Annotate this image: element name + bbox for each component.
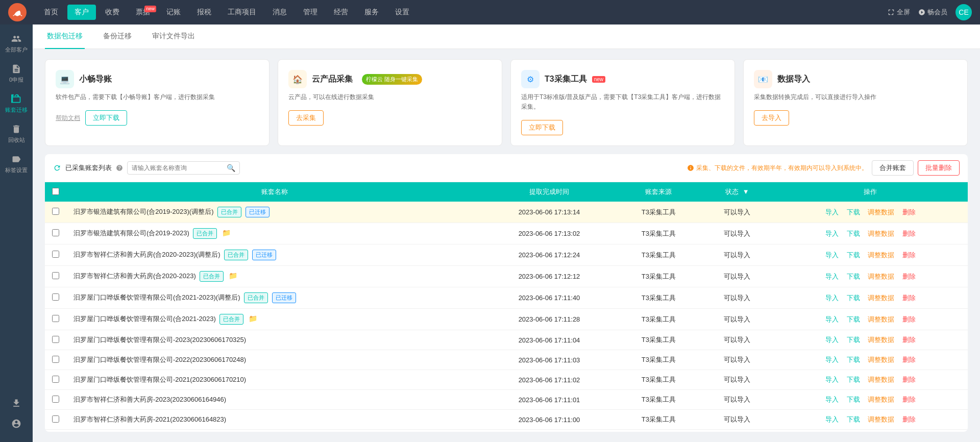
sidebar-item-all-customers[interactable]: 全部客户 [0,29,33,59]
nav-tax[interactable]: 报税 [190,5,218,20]
select-all-checkbox[interactable] [52,188,59,195]
import-link[interactable]: 导入 [822,415,842,423]
refresh-icon[interactable] [53,164,61,172]
delete-link[interactable]: 删除 [899,336,919,343]
import-link[interactable]: 导入 [822,396,842,403]
adjust-link[interactable]: 调整数据 [865,230,897,237]
row-checkbox[interactable] [52,396,59,403]
delete-link[interactable]: 删除 [899,415,919,423]
adjust-link[interactable]: 调整数据 [865,294,897,302]
sidebar-item-profile[interactable] [9,413,23,434]
row-checkbox[interactable] [52,315,59,322]
download-link[interactable]: 下载 [844,315,863,323]
sidebar-item-trash[interactable]: 回收站 [0,119,33,149]
download-now-button-3[interactable]: 立即下载 [521,120,563,135]
vip-button[interactable]: 畅会员 [918,8,947,17]
download-link[interactable]: 下载 [844,230,863,237]
delete-link[interactable]: 删除 [899,396,919,403]
delete-link[interactable]: 删除 [899,208,919,216]
download-link[interactable]: 下载 [844,273,863,280]
row-checkbox[interactable] [52,293,59,301]
logo[interactable] [8,3,27,21]
user-avatar[interactable]: CE [955,4,972,20]
row-checkbox[interactable] [52,376,59,383]
folder-icon[interactable]: 📁 [249,314,257,323]
nav-manage[interactable]: 管理 [296,5,325,20]
nav-bizproject[interactable]: 工商项目 [220,5,263,20]
import-link[interactable]: 导入 [822,294,842,302]
go-collect-button[interactable]: 去采集 [288,110,324,126]
adjust-link[interactable]: 调整数据 [865,251,897,259]
adjust-link[interactable]: 调整数据 [865,315,897,323]
sidebar-item-download[interactable] [9,393,23,413]
adjust-link[interactable]: 调整数据 [865,273,897,280]
adjust-link[interactable]: 调整数据 [865,336,897,343]
tab-data-migration[interactable]: 数据包迁移 [45,24,85,49]
nav-settings[interactable]: 设置 [388,5,416,20]
help-icon[interactable] [116,164,123,171]
adjust-link[interactable]: 调整数据 [865,208,897,216]
delete-link[interactable]: 删除 [899,251,919,259]
import-link[interactable]: 导入 [822,356,842,363]
folder-icon[interactable]: 📁 [229,272,237,280]
import-link[interactable]: 导入 [822,315,842,323]
import-link[interactable]: 导入 [822,273,842,280]
adjust-link[interactable]: 调整数据 [865,376,897,383]
folder-icon[interactable]: 📁 [222,229,231,237]
delete-link[interactable]: 删除 [899,230,919,237]
row-name: 汩罗市智祥仁济和善大药房(合2020-2023) 已合并 📁 [66,266,482,287]
adjust-link[interactable]: 调整数据 [865,415,897,423]
delete-link[interactable]: 删除 [899,356,919,363]
nav-bookkeeping[interactable]: 记账 [159,5,188,20]
download-link[interactable]: 下载 [844,396,863,403]
import-link[interactable]: 导入 [822,208,842,216]
download-link[interactable]: 下载 [844,251,863,259]
help-doc-link[interactable]: 帮助文档 [56,114,80,122]
import-link[interactable]: 导入 [822,376,842,383]
row-checkbox[interactable] [52,415,59,423]
row-checkbox[interactable] [52,251,59,258]
nav-fee[interactable]: 收费 [98,5,127,20]
tab-audit-export[interactable]: 审计文件导出 [150,24,197,49]
import-link[interactable]: 导入 [822,251,842,259]
row-status: 可以导入 [701,309,773,330]
nav-operation[interactable]: 经营 [327,5,355,20]
nav-service[interactable]: 服务 [357,5,386,20]
import-link[interactable]: 导入 [822,230,842,237]
download-link[interactable]: 下载 [844,294,863,302]
card-desc-1: 软件包产品，需要下载【小畅导账】客户端，进行数据采集 [56,92,259,102]
delete-link[interactable]: 删除 [899,294,919,302]
nav-customer[interactable]: 客户 [67,5,96,20]
row-checkbox[interactable] [52,208,59,215]
sidebar-item-tag-settings[interactable]: 标签设置 [0,149,33,179]
row-checkbox[interactable] [52,336,59,343]
merge-account-button[interactable]: 合并账套 [872,160,914,176]
batch-delete-button[interactable]: 批量删除 [918,160,960,176]
row-checkbox[interactable] [52,356,59,363]
row-checkbox[interactable] [52,229,59,236]
row-checkbox[interactable] [52,272,59,279]
search-input[interactable] [132,164,224,171]
nav-home[interactable]: 首页 [37,5,65,20]
adjust-link[interactable]: 调整数据 [865,396,897,403]
fullscreen-button[interactable]: 全屏 [888,8,910,17]
import-link[interactable]: 导入 [822,336,842,343]
new-tag-3: new [592,76,605,83]
delete-link[interactable]: 删除 [899,315,919,323]
sidebar-item-zero-report[interactable]: 0申报 [0,59,33,89]
tab-backup-migration[interactable]: 备份迁移 [101,24,134,49]
adjust-link[interactable]: 调整数据 [865,356,897,363]
download-now-button-1[interactable]: 立即下载 [85,110,127,126]
go-import-button[interactable]: 去导入 [754,110,789,126]
sidebar-item-migrate[interactable]: 账套迁移 [0,89,33,119]
delete-link[interactable]: 删除 [899,376,919,383]
download-link[interactable]: 下载 [844,415,863,423]
download-link[interactable]: 下载 [844,356,863,363]
download-link[interactable]: 下载 [844,208,863,216]
delete-link[interactable]: 删除 [899,273,919,280]
download-link[interactable]: 下载 [844,376,863,383]
download-link[interactable]: 下载 [844,336,863,343]
search-icon[interactable]: 🔍 [227,164,235,172]
nav-message[interactable]: 消息 [265,5,294,20]
nav-bill[interactable]: 票据 new [129,5,157,20]
